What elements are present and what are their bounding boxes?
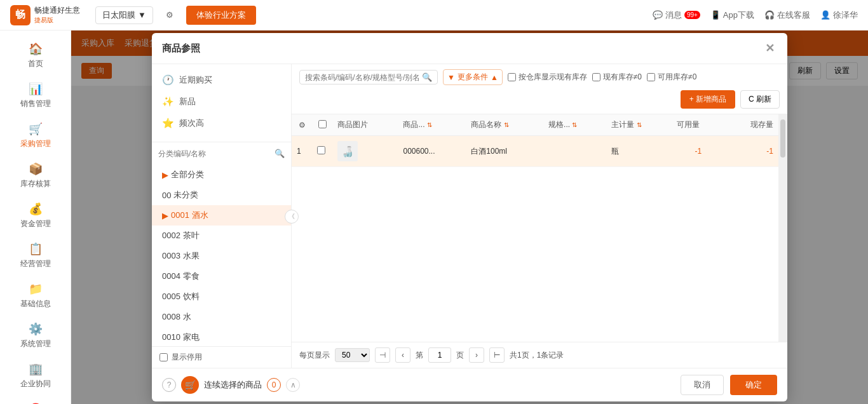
sort-unit-icon: ⇅	[637, 121, 642, 128]
first-page-btn[interactable]: ⊣	[375, 347, 390, 363]
modal-overlay: 商品参照 ✕ 🕐 近期购买 ✨ 新	[71, 30, 868, 404]
logo-text: 畅捷通好生意 捷易版	[34, 5, 80, 25]
cat-6-label: 0008 水	[162, 311, 191, 323]
sidebar-label-enterprise: 企业协同	[20, 379, 51, 389]
sort-spec-icon: ⇅	[572, 121, 577, 128]
select-all-checkbox[interactable]	[318, 120, 327, 128]
cat-4-label: 0004 零食	[162, 271, 200, 282]
filter-collapse-icon: ▲	[491, 73, 498, 82]
available-nonzero-checkbox[interactable]	[647, 73, 655, 81]
product-table-wrap: ⚙ 商品图片 商品... ⇅	[292, 114, 787, 342]
cat-2-label: 0002 茶叶	[162, 230, 200, 241]
enterprise-icon: 🏢	[29, 362, 43, 376]
per-page-select[interactable]: 50 10 20 100	[335, 348, 370, 362]
home-icon: 🏠	[29, 42, 43, 56]
sidebar-item-operations[interactable]: 📋 经营管理	[0, 236, 71, 276]
cat-item-2[interactable]: 0002 茶叶	[152, 226, 291, 246]
app-download-btn[interactable]: 📱 App下载	[710, 10, 754, 21]
confirm-btn[interactable]: 确定	[730, 375, 777, 395]
stock-nonzero-label: 现有库存≠0	[603, 72, 642, 83]
cat-item-3[interactable]: 0003 水果	[152, 246, 291, 266]
cat-item-5[interactable]: 0005 饮料	[152, 286, 291, 307]
modal-footer: ? 🛒 连续选择的商品 0 ∧ 取消 确定	[152, 368, 787, 401]
th-spec[interactable]: 规格... ⇅	[543, 114, 606, 136]
sidebar-item-finance[interactable]: 💰 资金管理	[0, 196, 71, 236]
nav-selector[interactable]: 日太阳膜 ▼	[95, 6, 153, 24]
refresh-btn[interactable]: C 刷新	[740, 90, 780, 109]
frequent-icon: ⭐	[162, 118, 174, 129]
cat-item-1[interactable]: ▶ 0001 酒水	[152, 205, 291, 226]
cat-0-label: 00	[162, 191, 171, 200]
operations-icon: 📋	[29, 242, 43, 256]
row-seq: 1	[292, 136, 312, 167]
warehouse-checkbox-item: 按仓库显示现有库存	[508, 72, 587, 83]
th-name[interactable]: 商品名称 ⇅	[466, 114, 543, 136]
th-code-label: 商品...	[403, 120, 424, 129]
help-icon[interactable]: ?	[162, 378, 176, 392]
last-page-btn[interactable]: ⊢	[489, 347, 505, 363]
sidebar-item-sales[interactable]: 📊 销售管理	[0, 76, 71, 116]
panel-collapse-btn[interactable]: 《	[285, 210, 299, 224]
th-gear[interactable]: ⚙	[292, 114, 312, 136]
finance-icon: 💰	[29, 202, 43, 216]
cat-item-6[interactable]: 0008 水	[152, 307, 291, 327]
user-avatar[interactable]: 👤 徐泽华	[820, 10, 858, 21]
page-input[interactable]	[428, 347, 451, 363]
modal-header: 商品参照 ✕	[152, 33, 787, 64]
gear-icon[interactable]: ⚙	[161, 6, 179, 24]
recent-icon: 🕐	[162, 74, 174, 86]
right-panel: 🔍 ▼ 更多条件 ▲ 按仓库显示现有库存	[292, 64, 787, 368]
cat-item-7[interactable]: 0010 家电	[152, 327, 291, 346]
product-modal: 商品参照 ✕ 🕐 近期购买 ✨ 新	[152, 33, 787, 401]
search-submit-icon[interactable]: 🔍	[422, 72, 432, 82]
sidebar-item-guide[interactable]: 🎯 新手引导	[0, 396, 71, 404]
cancel-btn[interactable]: 取消	[681, 375, 724, 395]
table-scrollbar[interactable]	[778, 114, 787, 342]
exp-btn[interactable]: 体验行业方案	[186, 6, 256, 25]
sidebar-label-inventory: 库存核算	[20, 178, 51, 189]
sidebar-item-inventory[interactable]: 📦 库存核算	[0, 156, 71, 196]
left-tab-new[interactable]: ✨ 新品	[152, 91, 291, 112]
th-image: 商品图片	[332, 114, 398, 136]
footer-left: ? 🛒 连续选择的商品 0 ∧	[162, 376, 300, 394]
left-tab-recent[interactable]: 🕐 近期购买	[152, 69, 291, 91]
sidebar-item-home[interactable]: 🏠 首页	[0, 36, 71, 76]
modal-close-btn[interactable]: ✕	[762, 41, 777, 56]
filter-icon: ▼	[447, 73, 455, 82]
sidebar-label-sales: 销售管理	[20, 98, 51, 109]
show-disabled-checkbox[interactable]	[159, 353, 168, 361]
stock-nonzero-checkbox[interactable]	[592, 73, 600, 81]
filter-btn[interactable]: ▼ 更多条件 ▲	[443, 69, 503, 85]
cat-all[interactable]: ▶ 全部分类	[152, 165, 291, 185]
row-image: 🍶	[332, 136, 398, 167]
show-disabled-label: 显示停用	[172, 352, 202, 363]
left-tabs: 🕐 近期购买 ✨ 新品 ⭐ 频次高	[152, 64, 291, 139]
add-product-btn[interactable]: + 新增商品	[681, 90, 735, 109]
th-code[interactable]: 商品... ⇅	[398, 114, 466, 136]
cat-7-label: 0010 家电	[162, 332, 200, 343]
left-tab-frequent[interactable]: ⭐ 频次高	[152, 112, 291, 134]
sidebar-item-purchase[interactable]: 🛒 采购管理	[0, 116, 71, 156]
row-code: 000600...	[398, 136, 466, 167]
next-page-btn[interactable]: ›	[469, 347, 484, 363]
cat-item-4[interactable]: 0004 零食	[152, 266, 291, 286]
sidebar-item-enterprise[interactable]: 🏢 企业协同	[0, 356, 71, 396]
product-search-input[interactable]	[305, 73, 419, 82]
sidebar-item-basic[interactable]: 📁 基础信息	[0, 276, 71, 316]
row-checkbox[interactable]	[317, 146, 325, 154]
sort-code-icon: ⇅	[427, 121, 432, 128]
warehouse-checkbox[interactable]	[508, 73, 516, 81]
table-row[interactable]: 1 🍶 000600...	[292, 136, 778, 167]
online-service-btn[interactable]: 🎧 在线客服	[764, 10, 810, 21]
category-search-input[interactable]	[158, 149, 271, 158]
footer-collapse-btn[interactable]: ∧	[286, 378, 300, 392]
search-icon[interactable]: 🔍	[275, 149, 285, 158]
sidebar-label-operations: 经营管理	[20, 259, 51, 269]
prev-page-btn[interactable]: ‹	[395, 347, 410, 363]
th-unit[interactable]: 主计量 ⇅	[606, 114, 671, 136]
cat-expand-icon: ▶	[162, 170, 168, 180]
cat-item-0[interactable]: 00 未分类	[152, 185, 291, 205]
sidebar-item-system[interactable]: ⚙️ 系统管理	[0, 316, 71, 356]
messages-btn[interactable]: 💬 消息 99+	[653, 10, 700, 21]
system-icon: ⚙️	[29, 322, 43, 336]
